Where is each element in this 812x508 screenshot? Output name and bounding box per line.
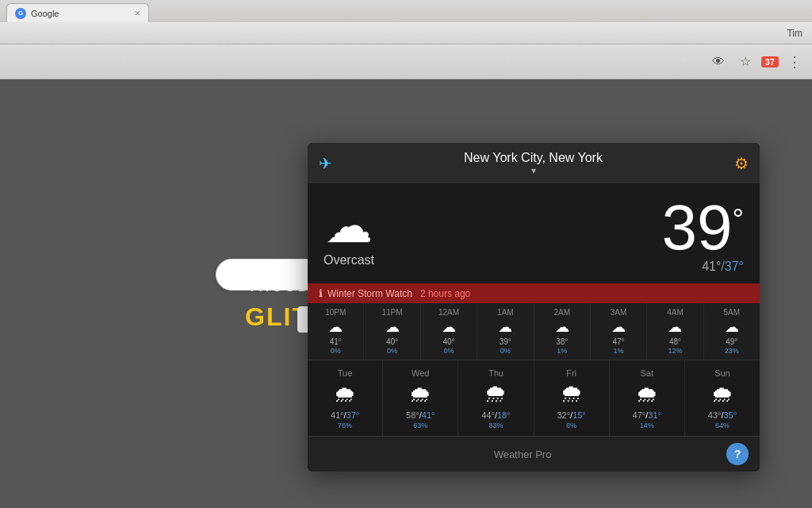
daily-lo: 35°: [723, 410, 737, 420]
daily-temps: 47°/31°: [613, 410, 681, 420]
hourly-temp: 39°: [479, 337, 531, 346]
hourly-temp: 49°: [706, 337, 758, 346]
eye-icon[interactable]: 👁: [707, 51, 730, 73]
weather-temp-container: 39° 41°/37°: [662, 196, 744, 274]
hourly-time: 12AM: [423, 308, 475, 317]
hourly-temp: 40°: [366, 337, 418, 346]
hourly-time: 10PM: [309, 308, 362, 317]
daily-lo: 31°: [648, 410, 661, 420]
hourly-item-2: 12AM ☁ 40° 0%: [421, 303, 477, 360]
dropdown-chevron-icon[interactable]: ▾: [332, 165, 734, 176]
daily-icon: 🌨: [538, 381, 606, 407]
daily-hi: 44°: [481, 410, 495, 420]
hourly-item-6: 4AM ☁ 48° 12%: [647, 303, 703, 360]
daily-temps: 43°/35°: [688, 410, 756, 420]
browser-content: TROUBLESHOOTING WEATHER MAP GLITCHES ON …: [0, 79, 812, 508]
hourly-item-4: 2AM ☁ 38° 1%: [534, 303, 591, 360]
hourly-time: 1AM: [479, 308, 531, 317]
temp-value: 39: [662, 196, 733, 260]
hourly-precip: 1%: [592, 347, 645, 355]
widget-footer: Weather Pro ?: [308, 437, 760, 471]
hourly-item-7: 5AM ☁ 49° 23%: [704, 303, 760, 360]
daily-temps: 44°/18°: [462, 410, 530, 420]
daily-lo: 41°: [422, 410, 435, 420]
hourly-icon: ☁: [423, 318, 475, 336]
hourly-forecast: 10PM ☁ 41° 0% 11PM ☁ 40° 0% 12AM ☁ 40° 0…: [308, 303, 760, 360]
daily-day: Sat: [613, 368, 681, 378]
hourly-precip: 0%: [366, 347, 418, 355]
hourly-time: 2AM: [536, 308, 588, 317]
hi-temp: 41°: [702, 260, 721, 273]
hourly-item-0: 10PM ☁ 41° 0%: [308, 303, 364, 360]
daily-precip: 83%: [462, 421, 530, 429]
widget-city: New York City, New York: [332, 151, 734, 165]
weather-condition: Overcast: [324, 253, 374, 267]
alert-text: Winter Storm Watch: [327, 288, 412, 299]
hourly-time: 11PM: [366, 308, 418, 317]
hourly-icon: ☁: [649, 318, 701, 336]
daily-item-wed: Wed 🌧 58°/41° 63%: [383, 360, 458, 436]
daily-day: Tue: [311, 368, 379, 378]
daily-icon: 🌧: [311, 381, 379, 407]
daily-icon: 🌧: [613, 381, 681, 407]
daily-hi: 58°: [406, 410, 419, 420]
hourly-precip: 1%: [536, 347, 588, 355]
daily-forecast: Tue 🌧 41°/37° 76% Wed 🌧 58°/41° 63%: [308, 360, 760, 437]
weather-temp-big: 39°: [662, 196, 744, 260]
daily-day: Fri: [538, 368, 606, 378]
daily-item-thu: Thu 🌨 44°/18° 83%: [458, 360, 534, 436]
daily-hi: 32°: [557, 410, 570, 420]
daily-precip: 64%: [688, 421, 756, 429]
tab-title: Google: [31, 9, 129, 18]
alert-bar: ℹ Winter Storm Watch 2 hours ago: [308, 283, 760, 303]
daily-temps: 41°/37°: [311, 410, 379, 420]
daily-icon: 🌧: [688, 381, 756, 407]
temp-degree: °: [733, 206, 744, 234]
lo-temp: 37°: [725, 260, 744, 273]
menu-icon[interactable]: ⋮: [783, 51, 806, 73]
daily-lo: 37°: [347, 410, 360, 420]
daily-lo: 18°: [497, 410, 511, 420]
hourly-item-5: 3AM ☁ 47° 1%: [591, 303, 647, 360]
hourly-icon: ☁: [592, 318, 645, 336]
hourly-time: 5AM: [706, 308, 758, 317]
daily-precip: 76%: [311, 421, 379, 429]
hourly-time: 4AM: [649, 308, 701, 317]
user-name: Tim: [787, 28, 802, 39]
daily-item-sat: Sat 🌧 47°/31° 14%: [610, 360, 685, 436]
alert-info-icon: ℹ: [319, 287, 323, 299]
daily-item-fri: Fri 🌨 32°/15° 6%: [534, 360, 610, 436]
hourly-precip: 0%: [309, 347, 362, 355]
daily-temps: 32°/15°: [538, 410, 606, 420]
hourly-temp: 40°: [423, 337, 475, 346]
hourly-precip: 0%: [423, 347, 475, 355]
daily-day: Thu: [462, 368, 530, 378]
daily-hi: 47°: [633, 410, 646, 420]
daily-item-sun: Sun 🌧 43°/35° 64%: [685, 360, 760, 436]
widget-header: ✈ New York City, New York ▾ ⚙: [308, 143, 760, 183]
daily-lo: 15°: [573, 410, 586, 420]
hourly-icon: ☁: [536, 318, 588, 336]
widget-main: ☁ Overcast 39° 41°/37°: [308, 183, 760, 283]
hourly-time: 3AM: [592, 308, 645, 317]
widget-settings-icon[interactable]: ⚙: [734, 154, 749, 173]
star-icon[interactable]: ☆: [734, 51, 756, 73]
hourly-item-3: 1AM ☁ 39° 0%: [477, 303, 534, 360]
notification-badge[interactable]: 37: [761, 56, 779, 67]
daily-precip: 63%: [386, 421, 454, 429]
daily-day: Sun: [688, 368, 756, 378]
tab-bar: G Google ×: [0, 0, 812, 22]
hourly-temp: 41°: [309, 337, 362, 346]
active-tab[interactable]: G Google ×: [6, 3, 149, 22]
widget-brand: Weather Pro: [319, 448, 726, 460]
hourly-precip: 0%: [479, 347, 531, 355]
weather-left: ☁ Overcast: [324, 202, 374, 267]
daily-hi: 41°: [331, 410, 344, 420]
hourly-precip: 12%: [649, 347, 701, 355]
widget-logo-icon: ✈: [319, 154, 332, 173]
daily-temps: 58°/41°: [386, 410, 454, 420]
help-button[interactable]: ?: [726, 443, 749, 465]
tab-close-icon[interactable]: ×: [134, 7, 140, 19]
cloud-icon: ☁: [325, 202, 373, 250]
daily-precip: 14%: [613, 421, 681, 429]
